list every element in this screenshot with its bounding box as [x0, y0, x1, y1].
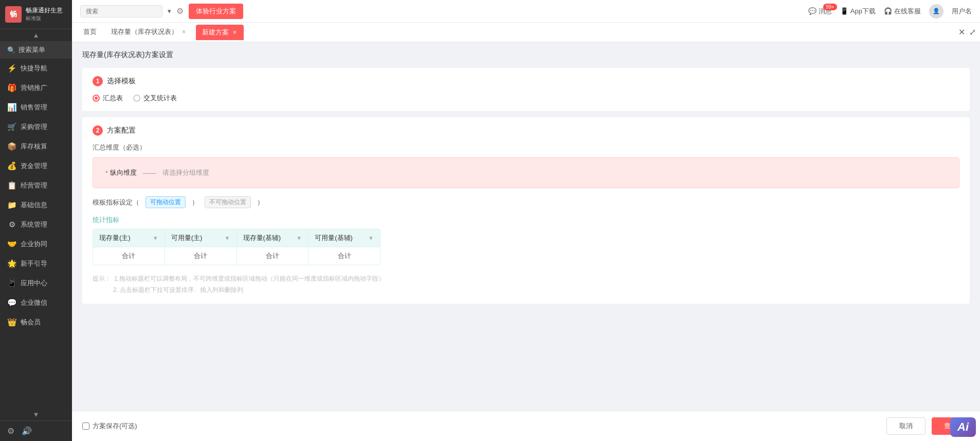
stats-table: 现存量(主) ▼ 可用量(主) ▼ 现存量(基辅) ▼ 可用量(基辅) ▼	[93, 229, 380, 265]
finance-icon: 💰	[7, 161, 16, 171]
stats-col-4-chevron[interactable]: ▼	[368, 235, 374, 241]
sidebar-item-sales[interactable]: 📊 销售管理	[0, 98, 72, 117]
sidebar-item-label: 营销推广	[21, 83, 47, 93]
user-avatar[interactable]: 👤	[929, 4, 943, 19]
sidebar-item-management[interactable]: 📋 经营管理	[0, 176, 72, 195]
tab-newscheme[interactable]: 新建方案 ×	[196, 25, 244, 40]
save-checkbox-label: 方案保存(可选)	[93, 421, 137, 431]
sidebar-scroll-down[interactable]: ▼	[0, 409, 72, 420]
stats-col-2-label: 可用量(主)	[171, 233, 203, 243]
tab-inventory-close[interactable]: ×	[181, 28, 187, 35]
sidebar-item-label: 新手引导	[21, 259, 47, 268]
step1-label-row: 1 选择模板	[93, 76, 959, 86]
tab-inventory[interactable]: 现存量（库存状况表） ×	[104, 23, 194, 42]
step2-title: 方案配置	[107, 126, 136, 135]
message-button[interactable]: 💬 消息 99+	[808, 7, 832, 16]
sidebar-item-newguide[interactable]: 🌟 新手引导	[0, 254, 72, 273]
required-mark: *	[105, 169, 108, 177]
cancel-button[interactable]: 取消	[886, 417, 925, 435]
template-indicator-row: 模板指标设定（ 可拖动位置 ） 不可拖动位置 ）	[93, 196, 959, 208]
sidebar-item-basicinfo[interactable]: 📁 基础信息	[0, 195, 72, 215]
sidebar-item-finance[interactable]: 💰 资金管理	[0, 156, 72, 176]
hint-title-row: 提示： 1.拖动标题栏可以调整布局，不可跨维度或指标区域拖动（只能在同一维度或指…	[93, 273, 959, 285]
sidebar-item-label: 基础信息	[21, 200, 47, 210]
sidebar-item-collab[interactable]: 🤝 企业协同	[0, 234, 72, 254]
sidebar-item-corpwx[interactable]: 💬 企业微信	[0, 293, 72, 313]
tab-newscheme-close[interactable]: ×	[232, 29, 238, 36]
save-checkbox[interactable]	[82, 422, 89, 430]
draggable-chip: 可拖动位置	[146, 196, 186, 208]
sidebar-item-marketing[interactable]: 🎁 营销推广	[0, 78, 72, 98]
page-content: 现存量(库存状况表)方案设置 1 选择模板 汇总表 交叉统计表 2	[72, 42, 980, 411]
sidebar-item-appcenter[interactable]: 📱 应用中心	[0, 273, 72, 293]
sidebar-item-label: 经营管理	[21, 181, 47, 190]
summary-dimension-label: 汇总维度（必选）	[93, 143, 959, 152]
sidebar-item-system[interactable]: ⚙ 系统管理	[0, 215, 72, 234]
sidebar-item-label: 企业微信	[21, 298, 47, 307]
sidebar-item-label: 采购管理	[21, 122, 47, 132]
sound-icon[interactable]: 🔊	[22, 426, 32, 436]
sidebar-bottom: ⚙ 🔊	[0, 420, 72, 441]
search-icon: 🔍	[7, 46, 15, 54]
sidebar-scroll-up[interactable]: ▲	[0, 29, 72, 41]
stats-body: 合计 合计 合计 合计	[93, 247, 380, 265]
stats-col-2-chevron[interactable]: ▼	[225, 235, 230, 241]
tab-expand-btn[interactable]: ⤢	[969, 27, 976, 37]
app-logo-icon: 畅	[5, 6, 22, 23]
tab-close-btn[interactable]: ✕	[958, 27, 965, 37]
hint-2-row: 2. 点击标题栏下拉可设置排序、插入列和删除列	[93, 285, 959, 296]
sidebar-item-purchase[interactable]: 🛒 采购管理	[0, 117, 72, 137]
main-area: ▾ ⚙ 体验行业方案 💬 消息 99+ 📱 App下载 🎧 在线客服 👤 用户名	[72, 0, 980, 441]
headset-icon: 🎧	[884, 7, 892, 15]
step1-number: 1	[93, 76, 103, 86]
stats-col-4: 可用量(基辅) ▼	[308, 229, 380, 247]
step2-card: 2 方案配置 汇总维度（必选） * 纵向维度 —— 请选择分组维度 模板指标设定…	[82, 117, 970, 304]
username-label[interactable]: 用户名	[952, 7, 972, 16]
stats-col-3: 现存量(基辅) ▼	[237, 229, 309, 247]
settings-icon[interactable]: ⚙	[7, 426, 14, 436]
sidebar-logo: 畅 畅康通好生意 标准版	[0, 0, 72, 29]
sidebar-item-label: 畅会员	[21, 318, 41, 327]
tab-inventory-label: 现存量（库存状况表）	[111, 27, 178, 36]
quicknav-icon: ⚡	[7, 64, 16, 73]
step1-card: 1 选择模板 汇总表 交叉统计表	[82, 68, 970, 111]
sidebar-item-quicknav[interactable]: ⚡ 快捷导航	[0, 59, 72, 78]
message-badge: 99+	[823, 4, 837, 10]
header-search-input[interactable]	[80, 5, 162, 17]
hint-1: 1.拖动标题栏可以调整布局，不可跨维度或指标区域拖动（只能在同一维度或指标区域内…	[114, 273, 385, 285]
hints-section: 提示： 1.拖动标题栏可以调整布局，不可跨维度或指标区域拖动（只能在同一维度或指…	[93, 273, 959, 296]
stats-sub-3: 合计	[237, 247, 309, 265]
step1-title: 选择模板	[107, 77, 136, 86]
header-gear-icon[interactable]: ⚙	[176, 6, 184, 16]
template-indicator-suffix2: ）	[257, 198, 264, 207]
step2-number: 2	[93, 125, 103, 136]
online-service-button[interactable]: 🎧 在线客服	[884, 7, 921, 16]
sidebar-item-label: 库存核算	[21, 142, 47, 151]
stats-header: 现存量(主) ▼ 可用量(主) ▼ 现存量(基辅) ▼ 可用量(基辅) ▼	[93, 229, 380, 247]
inventory-icon: 📦	[7, 142, 16, 151]
app-download-button[interactable]: 📱 App下载	[840, 7, 876, 16]
dimension-box[interactable]: * 纵向维度 —— 请选择分组维度	[93, 157, 959, 188]
appcenter-icon: 📱	[7, 279, 16, 288]
trial-button[interactable]: 体验行业方案	[189, 4, 243, 19]
sidebar-item-member[interactable]: 👑 畅会员	[0, 313, 72, 332]
collab-icon: 🤝	[7, 240, 16, 249]
radio-summary-table[interactable]: 汇总表	[93, 94, 123, 103]
ai-badge[interactable]: Ai	[950, 417, 976, 437]
sidebar: 畅 畅康通好生意 标准版 ▲ 🔍 搜索菜单 ⚡ 快捷导航 🎁 营销推广 📊 销售…	[0, 0, 72, 441]
marketing-icon: 🎁	[7, 83, 16, 93]
template-indicator-prefix: 模板指标设定（	[93, 198, 139, 207]
stats-col-3-label: 现存量(基辅)	[243, 233, 281, 243]
sidebar-item-search[interactable]: 🔍 搜索菜单	[0, 41, 72, 59]
step2-label-row: 2 方案配置	[93, 125, 959, 136]
basicinfo-icon: 📁	[7, 200, 16, 210]
sidebar-item-label: 应用中心	[21, 279, 47, 288]
tab-home[interactable]: 首页	[76, 23, 104, 42]
stats-col-1-chevron[interactable]: ▼	[153, 235, 158, 241]
service-label: 在线客服	[894, 7, 921, 16]
corpwx-icon: 💬	[7, 298, 16, 307]
header-dropdown-button[interactable]: ▾	[168, 7, 171, 15]
sidebar-item-inventory[interactable]: 📦 库存核算	[0, 137, 72, 156]
stats-col-3-chevron[interactable]: ▼	[296, 235, 302, 241]
radio-cross-table[interactable]: 交叉统计表	[133, 94, 177, 103]
